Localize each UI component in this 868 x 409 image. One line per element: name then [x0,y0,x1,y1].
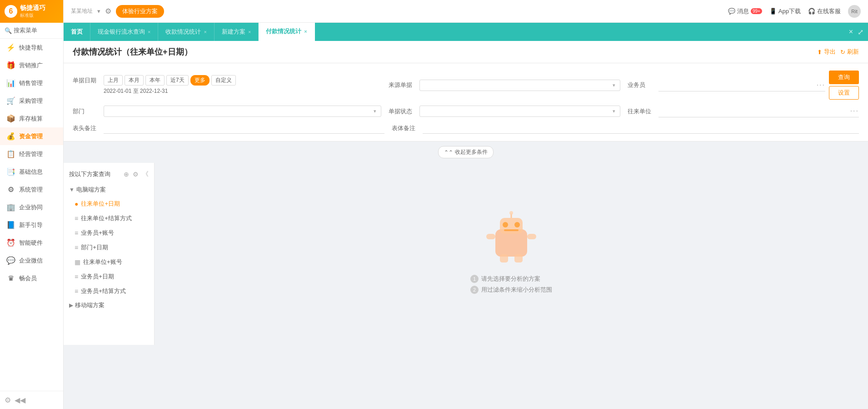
query-btn[interactable]: 查询 [829,71,859,84]
tab-cash-flow[interactable]: 现金银行流水查询 × [90,23,158,41]
scheme-sidebar-header: 按以下方案查询 ⊕ ⚙ 《 [64,167,154,183]
scheme-item-partner-date[interactable]: ● 往来单位+日期 [64,197,154,211]
scheme-group-mobile-header[interactable]: ▶ 移动端方案 [64,298,154,312]
scheme-item-partner-date-label: 往来单位+日期 [81,200,120,208]
scheme-item-partner-settle[interactable]: ≡ 往来单位+结算方式 [64,211,154,226]
doc-status-select[interactable]: ▾ [419,106,620,117]
sidebar-bottom: ⚙ ◀◀ [0,391,63,409]
sidebar-item-marketing[interactable]: 🎁 营销推广 [0,56,63,74]
empty-tips: 1 请先选择要分析的方案 2 用过滤条件来缩小分析范围 [470,275,552,294]
page-title: 付款情况统计（往来单位+日期） [73,46,192,57]
trial-btn[interactable]: 体验行业方案 [116,5,164,18]
sidebar-settings-icon[interactable]: ⚙ [5,396,11,404]
tab-new-scheme[interactable]: 新建方案 × [215,23,259,41]
sidebar-item-hardware[interactable]: ⏰ 智能硬件 [0,234,63,252]
sidebar-item-label: 采购管理 [19,97,43,105]
sidebar-item-capital[interactable]: 💰 资金管理 [0,127,63,145]
scheme-item-salesman-date[interactable]: ≡ 业务员+日期 [64,269,154,284]
sidebar-item-sales[interactable]: 📊 销售管理 [0,74,63,92]
source-label: 来源单据 [389,81,416,89]
date-btn-this-month[interactable]: 本月 [125,75,144,86]
tab-new-scheme-close[interactable]: × [248,29,251,35]
collapse-btn[interactable]: ⌃⌃ 收起更多条件 [438,146,494,158]
date-btn-7days[interactable]: 近7天 [166,75,189,86]
scheme-settings-icon[interactable]: ⚙ [133,171,139,178]
sidebar-item-guide[interactable]: 📘 新手引导 [0,216,63,234]
message-icon: 💬 [728,8,735,15]
tab-payment-stats-close[interactable]: × [204,29,206,35]
message-item[interactable]: 💬 消息 99+ [728,7,762,15]
scheme-group-desktop-header[interactable]: ▼ 电脑端方案 [64,183,154,197]
tab-payment-stats[interactable]: 收款情况统计 × [158,23,214,41]
scheme-item-dept-date[interactable]: ≡ 部门+日期 [64,240,154,255]
scheme-add-icon[interactable]: ⊕ [124,171,129,178]
window-expand-icon[interactable]: ⤢ [858,28,863,36]
salesman-ellipsis[interactable]: ··· [817,81,825,89]
scheme-item-label: 往来单位+结算方式 [81,214,132,222]
sidebar-item-wechat[interactable]: 💬 企业微信 [0,252,63,269]
scheme-item-partner-account[interactable]: ▦ 往来单位+账号 [64,255,154,269]
tabbar: 首页 现金银行流水查询 × 收款情况统计 × 新建方案 × 付款情况统计 × ×… [64,23,868,41]
refresh-btn[interactable]: ↻ 刷新 [840,48,859,56]
tab-home-label: 首页 [71,28,83,36]
sidebar-item-label: 营销推广 [19,61,43,70]
source-select[interactable]: ▾ [419,80,620,91]
sidebar-item-quick-nav[interactable]: ⚡ 快捷导航 [0,39,63,56]
search-label: 搜索菜单 [14,26,37,35]
header-gear-icon[interactable]: ⚙ [105,7,111,15]
tab-pay-stats-close[interactable]: × [304,29,307,34]
quick-nav-icon: ⚡ [6,43,15,52]
sidebar-item-label: 资金管理 [19,132,43,141]
sidebar-item-purchase[interactable]: 🛒 采购管理 [0,92,63,110]
svg-point-3 [514,222,520,227]
mobile-group-arrow: ▶ [69,302,73,308]
sidebar-item-label: 智能硬件 [19,239,43,247]
sidebar-item-system[interactable]: ⚙ 系统管理 [0,181,63,198]
scheme-item-label: 业务员+结算方式 [81,287,126,295]
date-btn-more[interactable]: 更多 [190,75,210,86]
tab-home[interactable]: 首页 [64,23,90,41]
partner-label: 往来单位 [628,107,655,116]
scheme-collapse-icon[interactable]: 《 [142,170,149,178]
scheme-item-salesman-account[interactable]: ≡ 业务员+账号 [64,226,154,240]
date-btn-custom[interactable]: 自定义 [211,75,236,86]
main-area: 某某地址 ▾ ⚙ 体验行业方案 💬 消息 99+ 📱 App下载 🎧 在线客服 … [64,0,868,409]
wechat-icon: 💬 [6,256,15,265]
scheme-item-salesman-settle[interactable]: ≡ 业务员+结算方式 [64,284,154,298]
header-address: 某某地址 [71,7,93,15]
scheme-item-icon: ≡ [75,288,78,295]
header-dropdown-icon[interactable]: ▾ [97,8,100,15]
tab-cash-flow-close[interactable]: × [148,29,150,35]
dept-select[interactable]: ▾ [104,106,381,117]
date-btn-this-year[interactable]: 本年 [145,75,165,86]
app-download-item[interactable]: 📱 App下载 [769,7,801,15]
tip-num-1: 1 [470,275,479,283]
logo-icon: 6 [5,5,17,18]
filter-row-2: 部门 ▾ 单据状态 ▾ 往来单位 ··· [73,105,859,117]
svg-point-10 [509,211,513,215]
filter-row-1: 单据日期 上月 本月 本年 近7天 更多 自定义 2022-01-01 至 20… [73,71,859,100]
window-close-icon[interactable]: × [849,28,853,36]
sidebar-logo: 6 畅捷通巧 标准版 [0,0,63,23]
sidebar-item-label: 基础信息 [19,168,43,176]
sidebar-item-member[interactable]: ♛ 畅会员 [0,269,63,287]
app-download-icon: 📱 [769,8,777,15]
tab-pay-stats[interactable]: 付款情况统计 × [259,23,314,41]
sidebar-item-enterprise[interactable]: 🏢 企业协同 [0,198,63,216]
user-avatar[interactable]: Rit [848,5,861,18]
desktop-group-label: 电脑端方案 [76,186,106,194]
sidebar-item-operations[interactable]: 📋 经营管理 [0,145,63,163]
sidebar-nav: ⚡ 快捷导航 🎁 营销推广 📊 销售管理 🛒 采购管理 📦 库存核算 💰 资金管… [0,39,63,391]
operations-icon: 📋 [6,150,15,158]
date-btn-last-month[interactable]: 上月 [104,75,123,86]
sidebar-item-inventory[interactable]: 📦 库存核算 [0,110,63,127]
customer-service-item[interactable]: 🎧 在线客服 [808,7,841,15]
desktop-group-arrow: ▼ [69,187,75,193]
export-btn[interactable]: ⬆ 导出 [817,48,836,56]
sidebar-search[interactable]: 🔍 搜索菜单 [0,23,63,39]
sidebar-item-basic-info[interactable]: 📑 基础信息 [0,163,63,181]
partner-ellipsis[interactable]: ··· [850,107,859,115]
sidebar-collapse-icon[interactable]: ◀◀ [15,396,25,404]
scheme-item-label: 往来单位+账号 [83,258,122,266]
setting-btn[interactable]: 设置 [829,86,859,100]
